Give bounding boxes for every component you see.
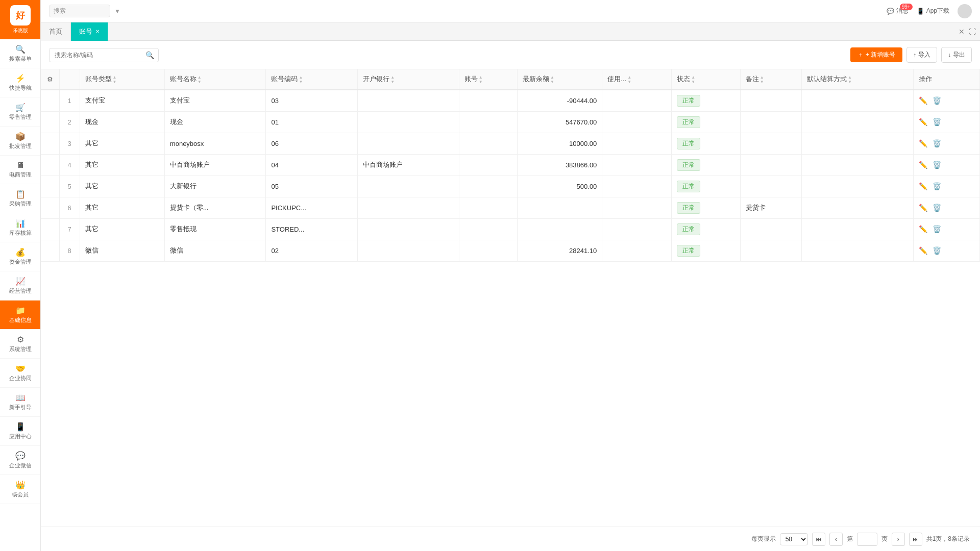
delete-icon[interactable]: 🗑️: [933, 96, 941, 105]
notification-button[interactable]: 💬 消息 99+: [887, 7, 909, 15]
last-page-button[interactable]: ⏭: [909, 533, 922, 546]
search-input[interactable]: [50, 49, 141, 61]
col-code[interactable]: 账号编码▲▼: [266, 69, 358, 90]
col-note[interactable]: 备注▲▼: [740, 69, 801, 90]
col-balance[interactable]: 最新余额▲▼: [518, 69, 602, 90]
sidebar-label-finance: 资金管理: [9, 258, 32, 266]
tab-home[interactable]: 首页: [41, 22, 71, 41]
import-button[interactable]: ↑ 导入: [906, 47, 937, 63]
row-name: 微信: [164, 240, 266, 261]
delete-icon[interactable]: 🗑️: [933, 118, 941, 126]
row-type: 其它: [80, 154, 164, 176]
edit-icon[interactable]: ✏️: [919, 246, 927, 255]
first-page-button[interactable]: ⏮: [812, 533, 825, 546]
sidebar-icon-vip: 👑: [15, 480, 26, 490]
delete-icon[interactable]: 🗑️: [933, 246, 941, 255]
row-action: ✏️ 🗑️: [913, 197, 979, 218]
delete-icon[interactable]: 🗑️: [933, 161, 941, 169]
col-name[interactable]: 账号名称▲▼: [164, 69, 266, 90]
delete-icon[interactable]: 🗑️: [933, 182, 941, 190]
add-icon: ＋: [857, 51, 864, 59]
sidebar-item-retail[interactable]: 🛒零售管理: [0, 97, 40, 127]
row-note: 提货卡: [740, 197, 801, 218]
delete-icon[interactable]: 🗑️: [933, 139, 941, 147]
toolbar-left: 🔍: [49, 48, 159, 62]
row-note: [740, 176, 801, 197]
row-bank: [358, 197, 459, 218]
col-usage[interactable]: 使用...▲▼: [602, 69, 672, 90]
col-status[interactable]: 状态▲▼: [672, 69, 740, 90]
edit-icon[interactable]: ✏️: [919, 204, 927, 212]
next-page-button[interactable]: ›: [892, 533, 905, 546]
row-name: 支付宝: [164, 90, 266, 112]
row-account: [459, 218, 517, 240]
sidebar-item-ecommerce[interactable]: 🖥电商管理: [0, 156, 40, 184]
sidebar-item-quick-nav[interactable]: ⚡快捷导航: [0, 68, 40, 97]
col-settings[interactable]: ⚙: [41, 69, 59, 90]
sidebar-item-app-center[interactable]: 📱应用中心: [0, 417, 40, 446]
row-settings: [41, 240, 59, 261]
tab-close-icon[interactable]: ✕: [959, 28, 965, 36]
add-account-button[interactable]: ＋ + 新增账号: [850, 47, 902, 62]
col-type[interactable]: 账号类型▲▼: [80, 69, 164, 90]
delete-icon[interactable]: 🗑️: [933, 225, 941, 233]
row-index: 1: [59, 90, 80, 112]
export-button[interactable]: ↓ 导出: [941, 47, 972, 63]
dropdown-arrow-icon[interactable]: ▼: [114, 8, 120, 15]
app-download-button[interactable]: 📱 App下载: [917, 7, 949, 15]
user-avatar[interactable]: [958, 4, 972, 18]
sidebar-item-search[interactable]: 🔍搜索菜单: [0, 39, 40, 68]
sidebar-item-wholesale[interactable]: 📦批发管理: [0, 127, 40, 156]
sidebar-item-basic-info[interactable]: 📁基础信息: [0, 300, 40, 330]
table-row: 7 其它 零售抵现 STORED... 正常 ✏️ 🗑️: [41, 218, 980, 240]
search-button[interactable]: 🔍: [141, 48, 158, 62]
table-row: 2 现金 现金 01 547670.00 正常 ✏️ 🗑️: [41, 111, 980, 133]
row-index: 3: [59, 133, 80, 154]
row-settings: [41, 197, 59, 218]
row-note: [740, 240, 801, 261]
sidebar-item-enterprise-agreement[interactable]: 🤝企业协同: [0, 359, 40, 388]
sidebar-item-new-guide[interactable]: 📖新手引导: [0, 388, 40, 417]
prev-page-button[interactable]: ‹: [829, 533, 843, 546]
tab-expand-icon[interactable]: ⛶: [969, 28, 976, 36]
sidebar-item-vip[interactable]: 👑畅会员: [0, 475, 40, 504]
sidebar-item-enterprise-wechat[interactable]: 💬企业微信: [0, 446, 40, 475]
edit-icon[interactable]: ✏️: [919, 161, 927, 169]
row-name: 提货卡（零...: [164, 197, 266, 218]
page-suffix: 页: [881, 535, 888, 543]
col-default-settlement[interactable]: 默认结算方式▲▼: [802, 69, 914, 90]
row-usage: [602, 111, 672, 133]
sidebar-item-inventory[interactable]: 📊库存核算: [0, 213, 40, 242]
page-input[interactable]: 1: [857, 533, 877, 546]
sidebar-item-finance[interactable]: 💰资金管理: [0, 242, 40, 271]
row-index: 6: [59, 197, 80, 218]
sidebar-item-system[interactable]: ⚙系统管理: [0, 330, 40, 359]
sidebar-item-purchase[interactable]: 📋采购管理: [0, 184, 40, 213]
row-usage: [602, 133, 672, 154]
export-label: 导出: [953, 51, 965, 59]
edit-icon[interactable]: ✏️: [919, 139, 927, 147]
sidebar-item-operations[interactable]: 📈经营管理: [0, 271, 40, 300]
edit-icon[interactable]: ✏️: [919, 182, 927, 190]
row-code: 01: [266, 111, 358, 133]
sidebar-icon-basic-info: 📁: [15, 306, 26, 315]
edit-icon[interactable]: ✏️: [919, 118, 927, 126]
edit-icon[interactable]: ✏️: [919, 96, 927, 105]
col-bank[interactable]: 开户银行▲▼: [358, 69, 459, 90]
row-balance: [518, 218, 602, 240]
col-account[interactable]: 账号▲▼: [459, 69, 517, 90]
sidebar-icon-operations: 📈: [15, 277, 26, 286]
toolbar: 🔍 ＋ + 新增账号 ↑ 导入 ↓ 导出: [41, 41, 980, 69]
tab-account[interactable]: 账号✕: [71, 22, 108, 41]
edit-icon[interactable]: ✏️: [919, 225, 927, 233]
delete-icon[interactable]: 🗑️: [933, 204, 941, 212]
row-name: 大新银行: [164, 176, 266, 197]
row-type: 其它: [80, 218, 164, 240]
sidebar-label-enterprise-wechat: 企业微信: [9, 462, 32, 469]
header-search[interactable]: 搜索: [49, 5, 110, 17]
row-note: [740, 218, 801, 240]
tab-label-account: 账号: [79, 27, 92, 36]
row-code: 02: [266, 240, 358, 261]
per-page-select[interactable]: 50 20 100: [780, 533, 808, 545]
tab-close-account[interactable]: ✕: [95, 29, 100, 34]
